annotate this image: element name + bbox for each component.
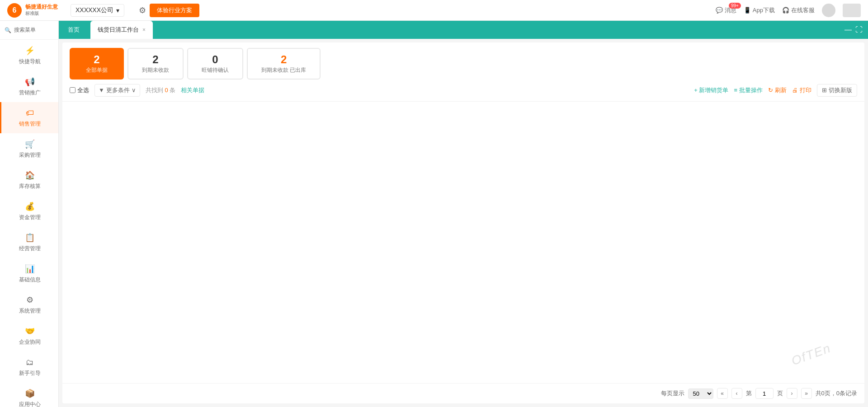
related-orders-link[interactable]: 相关单据 [181,86,204,94]
stat-cards: 2 全部单据 2 到期未收款 0 旺铺待确认 2 到期未收款 已出库 [62,42,864,80]
sidebar-item-basic-info[interactable]: 📊 基础信息 [0,258,58,289]
stat-card-pending[interactable]: 0 旺铺待确认 [187,48,243,80]
sidebar-item-enterprise[interactable]: 🤝 企业协同 [0,320,58,351]
sidebar-item-label: 经营管理 [19,245,41,253]
sidebar-item-sales[interactable]: 🏷 销售管理 [0,102,58,133]
message-btn[interactable]: 💬 消息 99+ [716,6,736,14]
sidebar-item-label: 新手引导 [19,370,41,377]
print-btn[interactable]: 🖨 打印 [792,86,811,94]
per-page-select[interactable]: 50 100 200 [688,388,713,399]
filter-btn[interactable]: ▼ 更多条件 ∨ [94,84,140,97]
stat-num-shipped: 2 [281,53,287,66]
purchase-icon: 🛒 [24,139,35,150]
sidebar-item-marketing[interactable]: 📢 营销推广 [0,71,58,102]
stat-label-shipped: 到期未收款 已出库 [261,66,306,74]
stat-card-shipped[interactable]: 2 到期未收款 已出库 [247,48,321,80]
page-footer: 每页显示 50 100 200 « ‹ 第 页 › » 共0页，0条记录 [62,383,864,403]
tab-workbench-label: 钱货日清工作台 [98,26,139,34]
per-page-label: 每页显示 [661,389,684,398]
tab-close-btn[interactable]: × [142,27,146,33]
switch-version-btn[interactable]: ⊞ 切换新版 [817,84,857,97]
company-selector[interactable]: XXXXXX公司 ▾ [71,4,124,17]
stat-label-all: 全部单据 [86,66,108,74]
tab-shrink-btn[interactable]: — [844,26,852,34]
notif-badge: 99+ [729,3,741,9]
tab-bar-actions: — ⛶ [844,26,868,34]
system-icon: ⚙ [24,295,35,305]
guide-icon: 🗂 [24,357,35,368]
sidebar-search[interactable]: 🔍 搜索菜单 [0,21,58,40]
page-label: 第 [746,389,752,398]
sidebar-item-system[interactable]: ⚙ 系统管理 [0,289,58,320]
switch-label: 切换新版 [829,86,852,94]
app-logo: 6 畅捷通好生意 标准版 [7,3,66,18]
basic-info-icon: 📊 [24,263,35,274]
tab-expand-btn[interactable]: ⛶ [855,26,863,34]
batch-ops-btn[interactable]: ≡ 批量操作 [734,86,763,94]
main-panel: 首页 钱货日清工作台 × — ⛶ 2 全部单据 2 [59,21,868,407]
found-text: 共找到 0 条 [146,86,175,94]
topbar-actions: ⚙ 体验行业方案 [132,4,199,17]
print-icon: 🖨 [792,87,798,94]
tab-home[interactable]: 首页 [59,21,89,39]
sidebar-item-label: 应用中心 [19,401,41,407]
app-subtitle: 标准版 [25,10,58,17]
sidebar-item-app-center[interactable]: 📦 应用中心 [0,383,58,407]
filter-icon: ▼ [99,87,104,94]
main-layout: 🔍 搜索菜单 ⚡ 快捷导航 📢 营销推广 🏷 销售管理 🛒 采购管理 🏠 库存核… [0,21,868,407]
inventory-icon: 🏠 [24,170,35,181]
sidebar-item-finance[interactable]: 💰 资金管理 [0,196,58,227]
page-last-btn[interactable]: » [801,388,812,399]
sidebar-item-operations[interactable]: 📋 经营管理 [0,227,58,258]
dropdown-icon: ▾ [116,7,119,14]
sidebar-item-label: 快捷导航 [19,58,41,65]
try-btn[interactable]: 体验行业方案 [150,4,199,17]
select-all-input[interactable] [70,87,75,93]
sidebar-item-guide[interactable]: 🗂 新手引导 [0,351,58,383]
stat-num-all: 2 [94,53,99,66]
sidebar-item-quick-nav[interactable]: ⚡ 快捷导航 [0,40,58,71]
toolbar: 全选 ▼ 更多条件 ∨ 共找到 0 条 相关单据 [62,80,864,102]
select-all-checkbox[interactable]: 全选 [70,86,89,94]
page-next-btn[interactable]: › [787,388,797,399]
batch-icon: ≡ [734,87,737,94]
stat-card-overdue[interactable]: 2 到期未收款 [127,48,184,80]
new-sale-btn[interactable]: + 新增销货单 [694,86,728,94]
app-download-btn[interactable]: 📱 App下载 [744,6,775,14]
sidebar: 🔍 搜索菜单 ⚡ 快捷导航 📢 营销推广 🏷 销售管理 🛒 采购管理 🏠 库存核… [0,21,59,407]
page-first-btn[interactable]: « [717,388,728,399]
sidebar-item-label: 销售管理 [19,120,41,128]
user-avatar[interactable] [822,4,835,17]
refresh-btn[interactable]: ↻ 刷新 [768,86,787,94]
topbar-right: 💬 消息 99+ 📱 App下载 🎧 在线客服 [716,4,861,17]
operations-icon: 📋 [24,232,35,243]
page-content: 2 全部单据 2 到期未收款 0 旺铺待确认 2 到期未收款 已出库 [59,39,868,407]
topbar: 6 畅捷通好生意 标准版 XXXXXX公司 ▾ ⚙ 体验行业方案 💬 消息 99… [0,0,868,21]
toolbar-right: + 新增销货单 ≡ 批量操作 ↻ 刷新 🖨 打印 [694,84,857,97]
page-end-label: 页 [777,389,783,398]
batch-label: 批量操作 [739,86,763,94]
stat-card-all[interactable]: 2 全部单据 [70,48,124,80]
service-icon: 🎧 [782,7,789,14]
stat-label-overdue: 到期未收款 [142,66,169,74]
settings-icon[interactable]: ⚙ [139,5,146,15]
found-count: 0 [165,87,168,94]
sidebar-item-label: 营销推广 [19,89,41,97]
enterprise-icon: 🤝 [24,326,35,337]
tab-workbench[interactable]: 钱货日清工作台 × [90,21,153,39]
page-prev-btn[interactable]: ‹ [731,388,742,399]
online-service-btn[interactable]: 🎧 在线客服 [782,6,815,14]
finance-icon: 💰 [24,201,35,212]
logo-icon: 6 [7,3,22,18]
tab-bar: 首页 钱货日清工作台 × — ⛶ [59,21,868,39]
stat-num-overdue: 2 [152,53,158,66]
print-label: 打印 [800,86,811,94]
sidebar-item-purchase[interactable]: 🛒 采购管理 [0,133,58,164]
select-all-label: 全选 [77,86,89,94]
sidebar-item-label: 库存核算 [19,182,41,190]
sidebar-item-inventory[interactable]: 🏠 库存核算 [0,164,58,196]
page-input[interactable] [755,388,774,399]
user-info[interactable] [843,4,861,17]
sidebar-item-label: 企业协同 [19,338,41,346]
refresh-icon: ↻ [768,87,773,94]
